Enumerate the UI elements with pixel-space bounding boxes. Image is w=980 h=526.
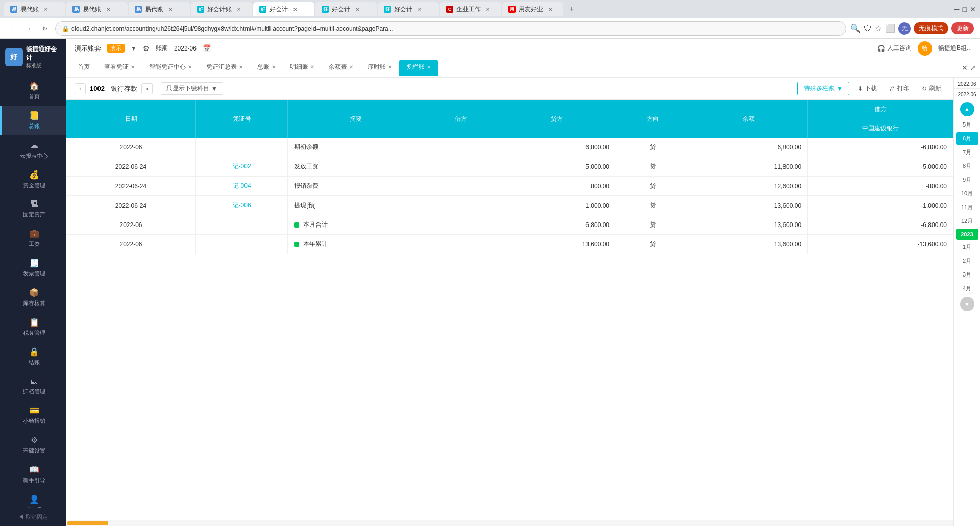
month-item-3-2023[interactable]: 3月 — [956, 268, 978, 281]
cell-voucher-3[interactable]: 记-006 — [196, 196, 288, 215]
sidebar-item-reports[interactable]: ☁ 云报表中心 — [0, 135, 66, 165]
month-item-9[interactable]: 9月 — [956, 173, 978, 186]
month-item-1-2023[interactable]: 1月 — [956, 241, 978, 254]
next-account-button[interactable]: › — [141, 83, 153, 94]
cell-voucher-2[interactable]: 记-004 — [196, 177, 288, 196]
horizontal-scrollbar[interactable] — [66, 520, 953, 526]
voucher-link-1[interactable]: 记-002 — [233, 163, 251, 170]
refresh-button[interactable]: ↻ — [39, 22, 51, 35]
sidebar-item-tax[interactable]: 📋 税务管理 — [0, 312, 66, 342]
browser-tab-3[interactable]: 易 易代账 ✕ — [129, 2, 190, 16]
sidebar-item-invoice[interactable]: 🧾 发票管理 — [0, 253, 66, 283]
sidebar-item-ledger[interactable]: 📒 总账 — [0, 106, 66, 135]
browser-tab-4[interactable]: 好 好会计账 ✕ — [191, 2, 252, 16]
voucher-link-2[interactable]: 记-004 — [233, 182, 251, 189]
browser-tab-8[interactable]: C 企业工作 ✕ — [440, 2, 501, 16]
sidebar-item-member[interactable]: 👤 畅会员 — [0, 489, 66, 508]
close-window-button[interactable]: ✕ — [970, 5, 976, 13]
month-item-6[interactable]: 6月 — [956, 132, 978, 145]
tab-voucher-summary-close[interactable]: ✕ — [239, 64, 243, 70]
month-item-8[interactable]: 8月 — [956, 160, 978, 172]
sidebar-item-home[interactable]: 🏠 首页 — [0, 76, 66, 106]
tab-8-close[interactable]: ✕ — [486, 7, 490, 12]
tab-expand-icon[interactable]: ⤢ — [970, 64, 976, 72]
month-item-7[interactable]: 7月 — [956, 146, 978, 159]
sidebar-item-close-accounts[interactable]: 🔒 结账 — [0, 342, 66, 371]
profile-icon[interactable]: 无 — [898, 22, 911, 35]
filter-sub-accounts-button[interactable]: 只显示下级科目 ▼ — [161, 82, 223, 95]
month-item-2-2023[interactable]: 2月 — [956, 255, 978, 267]
scroll-up-month-button[interactable]: ▲ — [960, 102, 974, 116]
tab-4-close[interactable]: ✕ — [237, 7, 241, 12]
download-button[interactable]: ⬇ 下载 — [853, 82, 881, 95]
browser-tab-2[interactable]: 易 易代账 ✕ — [66, 2, 128, 16]
tab-2-close[interactable]: ✕ — [106, 7, 110, 12]
month-item-4-2023[interactable]: 4月 — [956, 282, 978, 295]
tab-sequence-ledger[interactable]: 序时账 ✕ — [360, 60, 399, 76]
forward-button[interactable]: → — [22, 22, 35, 35]
tab-balance-sheet[interactable]: 余额表 ✕ — [322, 60, 360, 76]
tab-view-voucher-close[interactable]: ✕ — [131, 64, 135, 70]
cell-voucher-1[interactable]: 记-002 — [196, 157, 288, 177]
consult-label[interactable]: 🎧 人工咨询 — [877, 44, 912, 53]
prev-account-button[interactable]: ‹ — [75, 83, 86, 94]
search-icon[interactable]: 🔍 — [850, 23, 861, 33]
tab-5-close[interactable]: ✕ — [293, 7, 297, 12]
minimize-button[interactable]: ─ — [954, 5, 960, 13]
no-trace-button[interactable]: 无痕模式 — [914, 22, 948, 34]
tab-1-close[interactable]: ✕ — [44, 7, 48, 12]
month-item-11[interactable]: 11月 — [956, 201, 978, 214]
tab-view-voucher[interactable]: 查看凭证 ✕ — [97, 60, 142, 76]
special-multi-column-button[interactable]: 特殊多栏账 ▼ — [797, 82, 849, 95]
tab-multi-column[interactable]: 多栏账 ✕ — [399, 60, 438, 76]
scroll-down-month-button[interactable]: ▼ — [960, 297, 974, 311]
tab-detail-ledger[interactable]: 明细账 ✕ — [283, 60, 322, 76]
back-button[interactable]: ← — [6, 22, 18, 35]
tab-6-close[interactable]: ✕ — [355, 7, 359, 12]
voucher-link-3[interactable]: 记-006 — [233, 202, 251, 209]
tab-3-close[interactable]: ✕ — [168, 7, 173, 12]
tab-smart-voucher-close[interactable]: ✕ — [188, 64, 192, 70]
browser-tab-1[interactable]: 易 易代账 ✕ — [4, 2, 65, 16]
tab-9-close[interactable]: ✕ — [548, 7, 552, 12]
sidebar-item-inventory[interactable]: 📦 库存核算 — [0, 283, 66, 312]
url-input[interactable]: 🔒 cloud2.chanjet.com/accounting/uh26t264… — [55, 21, 846, 36]
update-button[interactable]: 更新 — [951, 22, 974, 34]
tab-home[interactable]: 首页 — [70, 60, 97, 76]
sidebar-item-assets[interactable]: 🏗 固定资产 — [0, 194, 66, 223]
tab-general-ledger-close[interactable]: ✕ — [272, 64, 276, 70]
sidebar-item-guide[interactable]: 📖 新手引导 — [0, 460, 66, 489]
year-2023-badge[interactable]: 2023 — [956, 229, 978, 240]
new-tab-button[interactable]: + — [565, 2, 579, 16]
tab-sequence-ledger-close[interactable]: ✕ — [388, 64, 392, 70]
sidebar-item-settings[interactable]: ⚙ 基础设置 — [0, 430, 66, 460]
tab-collapse-icon[interactable]: ✕ — [962, 64, 968, 72]
tab-balance-sheet-close[interactable]: ✕ — [349, 64, 353, 70]
browser-tab-5[interactable]: 好 好会计 ✕ — [253, 2, 314, 16]
sidebar-item-salary[interactable]: 💼 工资 — [0, 223, 66, 253]
settings-gear-icon[interactable]: ⚙ — [143, 44, 150, 53]
tab-7-close[interactable]: ✕ — [418, 7, 422, 12]
refresh-button-main[interactable]: ↻ 刷新 — [918, 82, 945, 95]
print-button[interactable]: 🖨 打印 — [885, 82, 914, 95]
maximize-button[interactable]: □ — [963, 5, 967, 13]
browser-tab-9[interactable]: 用 用友好业 ✕ — [502, 2, 564, 16]
tab-detail-ledger-close[interactable]: ✕ — [310, 64, 314, 70]
sidebar-item-archive[interactable]: 🗂 归档管理 — [0, 371, 66, 400]
extensions-icon[interactable]: ⬜ — [885, 23, 895, 33]
browser-tab-7[interactable]: 好 好会计 ✕ — [378, 2, 439, 16]
sidebar-pin-button[interactable]: ◀ 取消固定 — [0, 508, 66, 526]
star-icon[interactable]: ☆ — [875, 23, 882, 33]
sidebar-item-expense[interactable]: 💳 小畅报销 — [0, 400, 66, 430]
tab-multi-column-close[interactable]: ✕ — [427, 64, 431, 70]
tab-general-ledger[interactable]: 总账 ✕ — [250, 60, 283, 76]
sidebar-item-funds[interactable]: 💰 资金管理 — [0, 165, 66, 194]
month-item-12[interactable]: 12月 — [956, 215, 978, 228]
dropdown-arrow-icon[interactable]: ▼ — [131, 45, 137, 52]
tab-smart-voucher[interactable]: 智能凭证中心 ✕ — [142, 60, 199, 76]
month-item-10[interactable]: 10月 — [956, 187, 978, 200]
browser-tab-6[interactable]: 好 好会计 ✕ — [315, 2, 377, 16]
month-item-5[interactable]: 5月 — [956, 118, 978, 131]
tab-voucher-summary[interactable]: 凭证汇总表 ✕ — [199, 60, 250, 76]
calendar-icon[interactable]: 📅 — [203, 44, 211, 52]
